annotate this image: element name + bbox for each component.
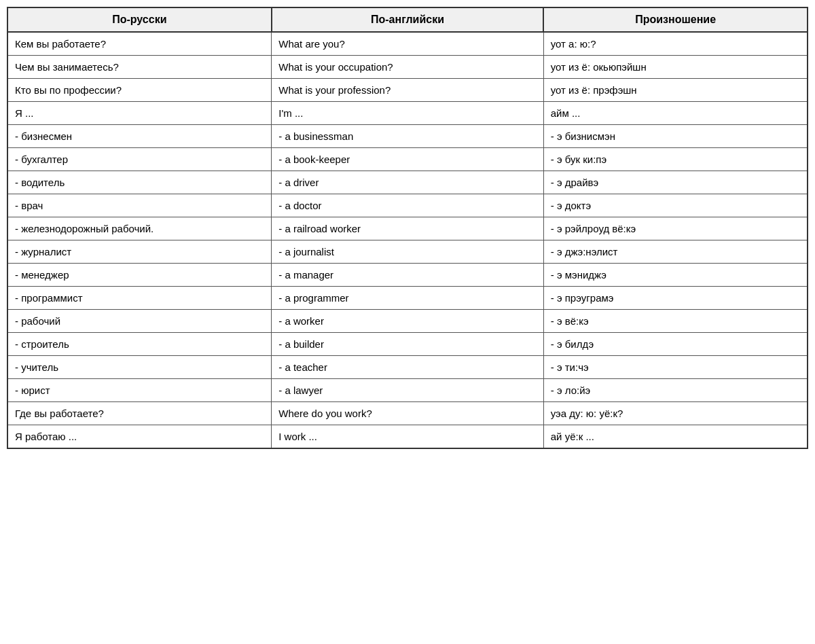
table-row: - журналист- a journalist- э джэ:нэлист — [7, 240, 808, 264]
cell-english: - a book-keeper — [272, 148, 544, 171]
cell-russian: - железнодорожный рабочий. — [7, 217, 272, 240]
table-row: - менеджер- a manager- э мэниджэ — [7, 264, 808, 287]
table-row: Я ...I'm ...айм ... — [7, 102, 808, 125]
cell-russian: Кем вы работаете? — [7, 32, 272, 56]
cell-english: Where do you work? — [272, 402, 544, 425]
cell-english: - a builder — [272, 333, 544, 356]
cell-pronunciation: - э ти:чэ — [543, 356, 808, 379]
cell-pronunciation: - э джэ:нэлист — [543, 240, 808, 264]
cell-russian: - бухгалтер — [7, 148, 272, 171]
cell-pronunciation: - э доктэ — [543, 194, 808, 217]
cell-russian: - программист — [7, 287, 272, 310]
cell-pronunciation: уэа ду: ю: уё:к? — [543, 402, 808, 425]
table-row: Чем вы занимаетесь?What is your occupati… — [7, 56, 808, 79]
cell-pronunciation: - э ло:йэ — [543, 379, 808, 402]
cell-russian: - рабочий — [7, 310, 272, 333]
cell-pronunciation: ай уё:к ... — [543, 425, 808, 449]
table-row: - водитель- a driver- э драйвэ — [7, 171, 808, 194]
cell-russian: - юрист — [7, 379, 272, 402]
cell-pronunciation: айм ... — [543, 102, 808, 125]
table-row: Я работаю ...I work ...ай уё:к ... — [7, 425, 808, 449]
cell-english: What is your profession? — [272, 79, 544, 102]
cell-russian: - водитель — [7, 171, 272, 194]
vocabulary-table: По-русски По-английски Произношение Кем … — [7, 7, 808, 449]
cell-english: - a worker — [272, 310, 544, 333]
header-pronunciation: Произношение — [543, 7, 808, 32]
cell-english: What is your occupation? — [272, 56, 544, 79]
cell-pronunciation: - э билдэ — [543, 333, 808, 356]
table-row: - учитель- a teacher- э ти:чэ — [7, 356, 808, 379]
cell-english: - a teacher — [272, 356, 544, 379]
table-row: - бизнесмен- a businessman- э бизнисмэн — [7, 125, 808, 148]
cell-pronunciation: - э вё:кэ — [543, 310, 808, 333]
cell-english: - a lawyer — [272, 379, 544, 402]
cell-russian: Где вы работаете? — [7, 402, 272, 425]
table-row: - бухгалтер- a book-keeper- э бук ки:пэ — [7, 148, 808, 171]
cell-pronunciation: - э драйвэ — [543, 171, 808, 194]
table-row: Где вы работаете?Where do you work?уэа д… — [7, 402, 808, 425]
cell-russian: - учитель — [7, 356, 272, 379]
cell-pronunciation: уот а: ю:? — [543, 32, 808, 56]
table-row: - рабочий- a worker- э вё:кэ — [7, 310, 808, 333]
cell-russian: - бизнесмен — [7, 125, 272, 148]
cell-english: - a manager — [272, 264, 544, 287]
table-row: - юрист- a lawyer- э ло:йэ — [7, 379, 808, 402]
cell-russian: - журналист — [7, 240, 272, 264]
cell-english: - a businessman — [272, 125, 544, 148]
table-row: Кто вы по профессии?What is your profess… — [7, 79, 808, 102]
table-row: Кем вы работаете?What are you?уот а: ю:? — [7, 32, 808, 56]
table-row: - строитель- a builder- э билдэ — [7, 333, 808, 356]
cell-russian: - менеджер — [7, 264, 272, 287]
header-english: По-английски — [272, 7, 544, 32]
cell-russian: - строитель — [7, 333, 272, 356]
cell-russian: Чем вы занимаетесь? — [7, 56, 272, 79]
cell-pronunciation: - э бук ки:пэ — [543, 148, 808, 171]
cell-english: - a journalist — [272, 240, 544, 264]
cell-english: What are you? — [272, 32, 544, 56]
cell-russian: Я работаю ... — [7, 425, 272, 449]
cell-russian: - врач — [7, 194, 272, 217]
table-row: - врач- a doctor- э доктэ — [7, 194, 808, 217]
cell-pronunciation: - э бизнисмэн — [543, 125, 808, 148]
cell-english: I work ... — [272, 425, 544, 449]
header-russian: По-русски — [7, 7, 272, 32]
main-container: По-русски По-английски Произношение Кем … — [7, 7, 808, 449]
cell-pronunciation: уот из ё: окьюпэйшн — [543, 56, 808, 79]
table-row: - программист- a programmer- э прэуграмэ — [7, 287, 808, 310]
cell-pronunciation: уот из ё: прэфэшн — [543, 79, 808, 102]
cell-english: - a programmer — [272, 287, 544, 310]
cell-english: - a driver — [272, 171, 544, 194]
header-row: По-русски По-английски Произношение — [7, 7, 808, 32]
table-row: - железнодорожный рабочий.- a railroad w… — [7, 217, 808, 240]
cell-pronunciation: - э мэниджэ — [543, 264, 808, 287]
cell-english: - a railroad worker — [272, 217, 544, 240]
cell-russian: Кто вы по профессии? — [7, 79, 272, 102]
cell-pronunciation: - э прэуграмэ — [543, 287, 808, 310]
cell-russian: Я ... — [7, 102, 272, 125]
cell-english: I'm ... — [272, 102, 544, 125]
cell-english: - a doctor — [272, 194, 544, 217]
cell-pronunciation: - э рэйлроуд вё:кэ — [543, 217, 808, 240]
